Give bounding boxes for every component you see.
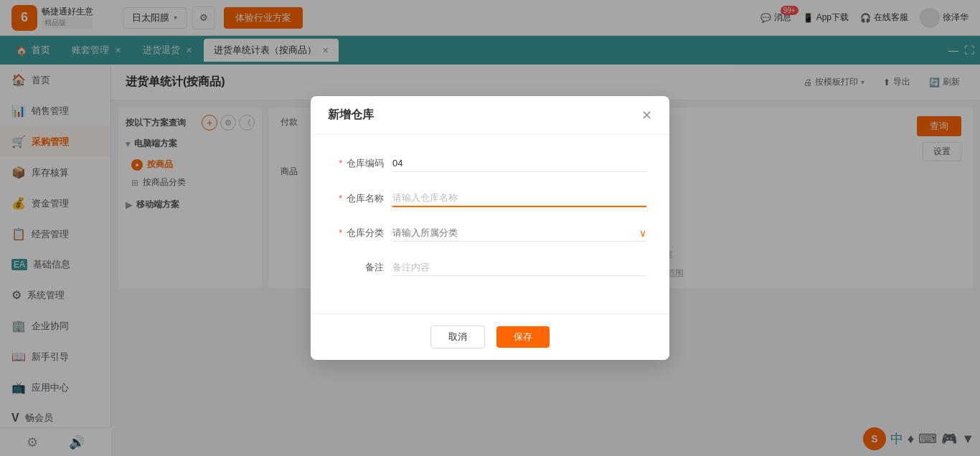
form-category-label: * 仓库分类: [334, 227, 384, 239]
dialog-body: * 仓库编码 * 仓库名称 * 仓库分类: [311, 135, 669, 313]
warehouse-remark-input[interactable]: [392, 259, 646, 276]
warehouse-category-input[interactable]: [392, 224, 639, 241]
modal-overlay[interactable]: 新增仓库 ✕ * 仓库编码 * 仓库名称: [0, 0, 980, 456]
category-dropdown-icon[interactable]: ∨: [639, 227, 646, 239]
warehouse-name-input[interactable]: [392, 189, 646, 207]
warehouse-category-select-row: ∨: [392, 224, 646, 242]
cancel-button[interactable]: 取消: [430, 326, 485, 348]
warehouse-code-input[interactable]: [392, 155, 646, 172]
dialog-footer: 取消 保存: [311, 313, 669, 360]
dialog-close-button[interactable]: ✕: [641, 109, 652, 122]
required-star-code: *: [339, 158, 342, 168]
form-row-code: * 仓库编码: [334, 155, 646, 172]
required-star-name: *: [339, 193, 342, 204]
save-button[interactable]: 保存: [496, 326, 550, 348]
new-warehouse-dialog: 新增仓库 ✕ * 仓库编码 * 仓库名称: [311, 96, 669, 360]
required-star-category: *: [339, 227, 342, 238]
form-remark-label: 备注: [334, 261, 384, 274]
form-row-category: * 仓库分类 ∨: [334, 224, 646, 242]
dialog-title: 新增仓库: [328, 108, 374, 123]
form-row-name: * 仓库名称: [334, 189, 646, 207]
form-name-label: * 仓库名称: [334, 192, 384, 205]
form-code-label: * 仓库编码: [334, 157, 384, 170]
dialog-header: 新增仓库 ✕: [311, 96, 669, 135]
form-row-remark: 备注: [334, 259, 646, 276]
